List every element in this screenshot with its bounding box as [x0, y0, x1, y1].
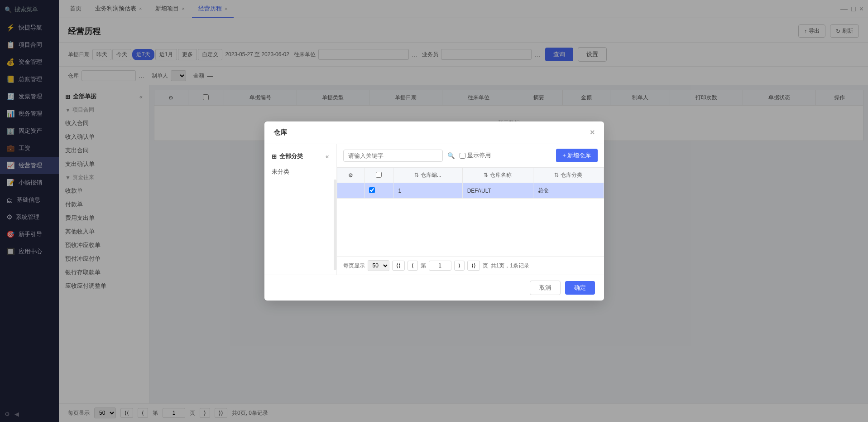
modal-col-settings[interactable]: ⚙ — [337, 168, 364, 183]
row-checkbox[interactable] — [364, 183, 393, 199]
row-code: DEFAULT — [462, 183, 533, 199]
modal-close-button[interactable]: × — [590, 128, 595, 137]
warehouse-modal: 仓库 × ⊞ 全部分类 « 未分类 — [264, 121, 604, 301]
modal-page-input[interactable] — [429, 261, 451, 271]
modal-sidebar-uncategorized[interactable]: 未分类 — [264, 164, 336, 179]
modal-body: ⊞ 全部分类 « 未分类 🔍 显 — [264, 144, 604, 275]
confirm-button[interactable]: 确定 — [565, 281, 595, 295]
sort-icon: ⇅ — [414, 172, 419, 178]
modal-header: 仓库 × — [264, 121, 604, 144]
modal-sidebar-uncategorized-label: 未分类 — [272, 168, 289, 176]
grid-icon-2: ⊞ — [272, 153, 277, 160]
modal-footer: 取消 确定 — [264, 275, 604, 301]
modal-overlay: 仓库 × ⊞ 全部分类 « 未分类 — [0, 0, 868, 422]
modal-per-page-label: 每页显示 — [343, 262, 365, 270]
modal-col-name: ⇅ 仓库名称 — [462, 168, 533, 183]
modal-col-code: ⇅ 仓库编... — [393, 168, 462, 183]
modal-sidebar: ⊞ 全部分类 « 未分类 — [264, 144, 337, 275]
row-select-checkbox[interactable] — [369, 187, 375, 193]
modal-sidebar-all-label: 全部分类 — [279, 152, 303, 160]
modal-sidebar-all[interactable]: ⊞ 全部分类 « — [264, 149, 336, 164]
modal-sidebar-collapse[interactable]: « — [326, 153, 329, 160]
modal-page-unit: 页 — [483, 262, 488, 270]
modal-first-page-btn[interactable]: ⟨⟨ — [392, 261, 405, 271]
modal-table: ⚙ ⇅ 仓库编... ⇅ 仓库名称 — [337, 167, 604, 199]
modal-total-text: 共1页，1条记录 — [491, 262, 529, 270]
row-name: 总仓 — [533, 183, 604, 199]
show-disabled-checkbox[interactable] — [460, 153, 465, 159]
sort-icon-3: ⇅ — [554, 172, 559, 178]
modal-per-page-select[interactable]: 50 — [368, 260, 389, 271]
row-settings — [337, 183, 364, 199]
cancel-button[interactable]: 取消 — [530, 281, 561, 295]
modal-prev-page-btn[interactable]: ⟨ — [408, 261, 418, 271]
modal-table-row[interactable]: 1 DEFAULT 总仓 — [337, 183, 604, 199]
modal-table-area: ⚙ ⇅ 仓库编... ⇅ 仓库名称 — [337, 167, 604, 256]
modal-title: 仓库 — [273, 128, 287, 137]
modal-col-category: ⇅ 仓库分类 — [533, 168, 604, 183]
modal-pagination: 每页显示 50 ⟨⟨ ⟨ 第 ⟩ ⟩⟩ 页 共1页，1条记录 — [337, 256, 604, 275]
modal-col-checkbox[interactable] — [364, 168, 393, 183]
modal-search-button[interactable]: 🔍 — [447, 152, 455, 159]
sort-icon-2: ⇅ — [484, 172, 488, 178]
modal-search-input[interactable] — [343, 150, 443, 162]
modal-select-all[interactable] — [376, 172, 382, 178]
modal-toolbar: 🔍 显示停用 + 新增仓库 — [337, 144, 604, 167]
show-disabled-label[interactable]: 显示停用 — [460, 151, 491, 160]
add-warehouse-button[interactable]: + 新增仓库 — [556, 149, 597, 162]
modal-last-page-btn[interactable]: ⟩⟩ — [467, 261, 480, 271]
modal-next-page-btn[interactable]: ⟩ — [454, 261, 465, 271]
row-id: 1 — [393, 183, 462, 199]
modal-page-label: 第 — [421, 262, 426, 270]
modal-main: 🔍 显示停用 + 新增仓库 ⚙ — [337, 144, 604, 275]
